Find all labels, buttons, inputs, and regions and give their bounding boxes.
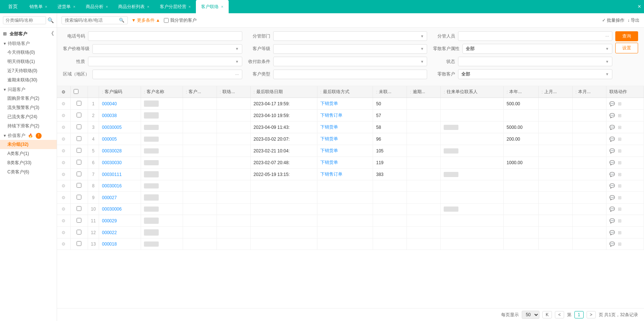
row-checkbox[interactable] — [77, 101, 81, 106]
row-last-type[interactable] — [317, 227, 373, 239]
filter-phone-input[interactable] — [88, 31, 242, 41]
chat-icon[interactable]: 💬 — [609, 125, 615, 130]
select-all-checkbox[interactable] — [74, 89, 78, 94]
row-checkbox[interactable] — [77, 230, 81, 234]
row-last-type[interactable] — [317, 215, 373, 227]
chat-icon[interactable]: 💬 — [609, 218, 615, 223]
row-checkbox-cell[interactable] — [70, 204, 88, 215]
row-checkbox-cell[interactable] — [70, 110, 88, 121]
row-code[interactable]: 000018 — [99, 239, 141, 250]
chat-icon[interactable]: 💬 — [609, 230, 615, 235]
first-page-btn[interactable]: K — [542, 311, 552, 318]
chat-icon[interactable]: 💬 — [609, 195, 615, 200]
col-overdue-header[interactable]: :逾期... — [407, 86, 441, 98]
row-checkbox-cell[interactable] — [70, 227, 88, 239]
close-tab-contact-icon[interactable]: × — [221, 4, 223, 9]
row-checkbox-cell[interactable] — [70, 133, 88, 145]
row-checkbox[interactable] — [77, 206, 81, 211]
nav-home[interactable]: 首页 — [3, 0, 23, 13]
row-checkbox-cell[interactable] — [70, 239, 88, 250]
col-last-date-header[interactable]: :最后联络日期 — [250, 86, 317, 98]
sidebar-item-c-class[interactable]: C类客户(6) — [0, 167, 57, 177]
close-tab-segment-icon[interactable]: × — [189, 4, 191, 9]
query-button[interactable]: 查询 — [615, 31, 638, 41]
filter-region-input[interactable]: ··· — [92, 70, 242, 79]
chat-icon[interactable]: 💬 — [609, 183, 615, 188]
nav-tab-purchase[interactable]: 进货单 × — [52, 0, 80, 13]
row-last-type[interactable]: 下销售订单 — [317, 110, 373, 121]
sidebar-item-week[interactable]: 近7天待联络(0) — [0, 66, 57, 75]
row-last-type[interactable]: 下销货单 — [317, 145, 373, 157]
sidebar-item-tomorrow[interactable]: 明天待联络(1) — [0, 57, 57, 66]
row-code[interactable]: 00030028 — [99, 145, 141, 157]
grid-action-icon[interactable]: ⊞ — [618, 125, 622, 130]
batch-operation-btn[interactable]: ✓ 批量操作 — [602, 17, 624, 24]
filter-dept-select[interactable]: ▼ — [273, 31, 427, 41]
row-last-type[interactable]: 下销货单 — [317, 157, 373, 169]
close-tab-analysis-icon[interactable]: × — [106, 4, 108, 9]
row-last-type[interactable]: 下销售订单 — [317, 169, 373, 180]
row-code[interactable]: 000040 — [99, 98, 141, 110]
sidebar-search-input[interactable] — [3, 16, 46, 24]
grid-action-icon[interactable]: ⊞ — [618, 113, 622, 118]
col-checkbox-header[interactable] — [70, 86, 88, 98]
filter-manager-input[interactable]: ··· — [458, 31, 612, 41]
filter-retail-select[interactable]: 全部 ▼ — [458, 69, 612, 79]
more-icon-region[interactable]: ··· — [235, 72, 239, 77]
row-checkbox[interactable] — [77, 218, 81, 223]
chat-icon[interactable]: 💬 — [609, 172, 615, 177]
filter-status-select[interactable]: ▼ — [458, 57, 612, 66]
row-code[interactable]: 00030030 — [99, 157, 141, 169]
more-icon-manager[interactable]: ··· — [605, 33, 609, 39]
row-checkbox-cell[interactable] — [70, 215, 88, 227]
chat-icon[interactable]: 💬 — [609, 241, 615, 247]
row-last-type[interactable] — [317, 180, 373, 192]
grid-action-icon[interactable]: ⊞ — [618, 207, 622, 212]
main-search-input[interactable] — [65, 18, 117, 23]
sidebar-all-customers[interactable]: ⊞ 全部客户 《 — [0, 28, 57, 39]
col-last-month-header[interactable]: :上月... — [538, 86, 572, 98]
row-checkbox[interactable] — [77, 195, 81, 200]
row-checkbox[interactable] — [77, 183, 81, 188]
grid-action-icon[interactable]: ⊞ — [618, 183, 622, 188]
chat-icon[interactable]: 💬 — [609, 160, 615, 165]
export-btn[interactable]: ↓ 导出 — [627, 17, 640, 24]
sidebar-item-a-class[interactable]: A类客户(1) — [0, 149, 57, 158]
row-last-type[interactable]: 下销货单 — [317, 121, 373, 133]
chat-icon[interactable]: 💬 — [609, 137, 615, 142]
sidebar-item-unclassified[interactable]: 未分组(32) — [0, 140, 57, 149]
row-code[interactable]: 00030005 — [99, 121, 141, 133]
grid-action-icon[interactable]: ⊞ — [618, 230, 622, 235]
row-checkbox[interactable] — [77, 136, 81, 141]
close-tab-sales-icon[interactable]: × — [45, 4, 47, 9]
nav-tab-analysis-list[interactable]: 商品分析列表 × — [113, 0, 154, 13]
row-checkbox[interactable] — [77, 124, 81, 129]
row-code[interactable]: 00030006 — [99, 204, 141, 215]
close-tab-purchase-icon[interactable]: × — [73, 4, 75, 9]
row-checkbox-cell[interactable] — [70, 145, 88, 157]
row-code[interactable]: 00030111 — [99, 169, 141, 180]
col-no-contact-header[interactable]: :未联... — [373, 86, 407, 98]
col-type-header[interactable]: :客户... — [183, 86, 217, 98]
chat-icon[interactable]: 💬 — [609, 101, 615, 106]
row-code[interactable]: 000027 — [99, 192, 141, 204]
my-customers-checkbox[interactable] — [164, 18, 169, 23]
row-checkbox[interactable] — [77, 113, 81, 117]
grid-action-icon[interactable]: ⊞ — [618, 195, 622, 200]
row-checkbox[interactable] — [77, 148, 81, 153]
row-code[interactable]: 000005 — [99, 133, 141, 145]
nav-tab-customer-contact[interactable]: 客户联络 × — [196, 0, 228, 13]
sidebar-item-today[interactable]: 今天待联络(0) — [0, 48, 57, 57]
col-code-header[interactable]: :客户编码 — [99, 86, 141, 98]
row-checkbox[interactable] — [77, 241, 81, 246]
main-search-icon[interactable]: 🔍 — [119, 18, 124, 23]
row-checkbox-cell[interactable] — [70, 121, 88, 133]
more-conditions-btn[interactable]: ▼ 更多条件 ▲ — [131, 17, 160, 24]
prev-page-btn[interactable]: < — [555, 311, 564, 318]
row-checkbox-cell[interactable] — [70, 157, 88, 169]
filter-nature-select[interactable]: ▼ — [88, 57, 242, 66]
row-checkbox-cell[interactable] — [70, 169, 88, 180]
row-last-type[interactable] — [317, 204, 373, 215]
row-checkbox[interactable] — [77, 160, 81, 165]
reset-button[interactable]: 设置 — [615, 43, 638, 53]
